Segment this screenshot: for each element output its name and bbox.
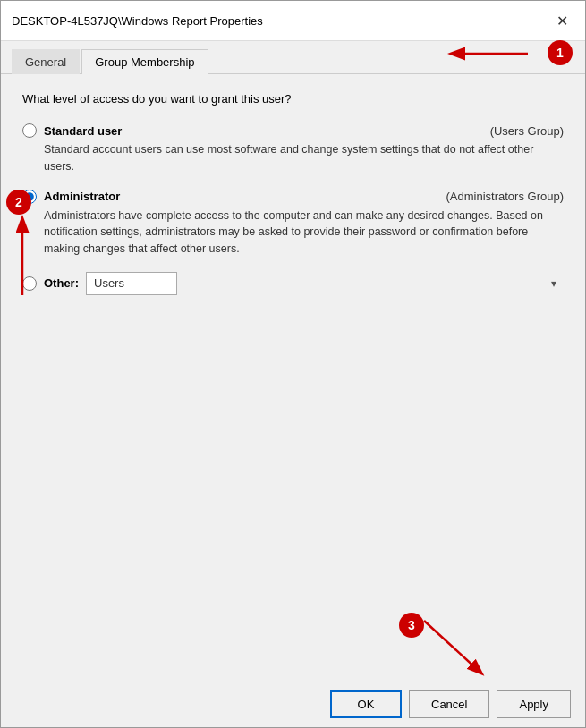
cancel-button[interactable]: Cancel	[409, 690, 489, 718]
standard-user-description: Standard account users can use most soft…	[44, 141, 564, 175]
administrators-group-label: (Administrators Group)	[446, 190, 564, 203]
standard-user-option: Standard user (Users Group) Standard acc…	[22, 123, 564, 175]
tab-group-membership[interactable]: Group Membership	[81, 49, 208, 74]
other-label[interactable]: Other:	[44, 276, 79, 290]
other-dropdown-wrapper: Users Administrators Guests Power Users	[86, 272, 564, 295]
title-bar: DESKTOP-4L537JQ\Windows Report Propertie…	[1, 1, 585, 41]
arrow-2	[13, 215, 40, 322]
other-radio[interactable]	[22, 276, 37, 291]
standard-group-label: (Users Group)	[490, 124, 564, 138]
close-button[interactable]: ✕	[549, 8, 574, 33]
standard-user-radio[interactable]	[22, 123, 37, 138]
administrator-label[interactable]: Administrator	[44, 190, 120, 203]
administrator-description: Administrators have complete access to t…	[44, 207, 564, 258]
dialog-content: What level of access do you want to gran…	[1, 74, 585, 681]
callout-1: 1	[548, 40, 573, 65]
tab-general[interactable]: General	[12, 49, 80, 74]
access-question: What level of access do you want to gran…	[22, 92, 564, 106]
tab-strip: General Group Membership	[1, 41, 585, 74]
callout-2: 2	[6, 190, 31, 215]
dialog-footer: OK Cancel Apply	[1, 681, 585, 727]
apply-button[interactable]: Apply	[497, 690, 571, 718]
other-option: Other: Users Administrators Guests Power…	[22, 272, 564, 295]
dialog-title: DESKTOP-4L537JQ\Windows Report Propertie…	[12, 14, 263, 28]
ok-button[interactable]: OK	[330, 690, 402, 718]
standard-user-label[interactable]: Standard user	[44, 124, 122, 138]
callout-3: 3	[399, 613, 424, 638]
administrator-option: Administrator (Administrators Group) Adm…	[22, 190, 564, 258]
dialog-window: DESKTOP-4L537JQ\Windows Report Propertie…	[0, 0, 586, 728]
other-group-dropdown[interactable]: Users Administrators Guests Power Users	[86, 272, 177, 295]
